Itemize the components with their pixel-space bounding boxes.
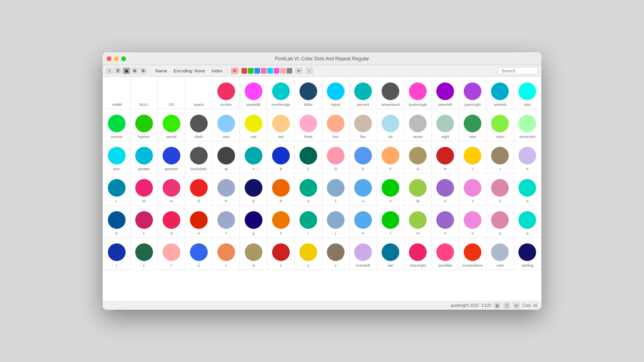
glyph-cell[interactable]: space bbox=[185, 77, 213, 109]
glyph-cell[interactable]: E bbox=[350, 141, 377, 173]
glyph-cell[interactable]: y bbox=[295, 238, 322, 270]
glyph-cell[interactable]: backslash bbox=[185, 141, 213, 173]
glyph-cell[interactable]: braceright bbox=[405, 238, 432, 270]
glyph-cell[interactable]: A bbox=[240, 141, 267, 173]
glyph-cell[interactable]: quotesingle bbox=[405, 77, 432, 109]
glyph-cell[interactable]: sterling bbox=[514, 238, 541, 270]
glyph-cell[interactable]: h bbox=[267, 206, 295, 238]
glyph-cell[interactable]: K bbox=[514, 141, 541, 173]
maximize-button[interactable] bbox=[121, 56, 126, 61]
glyph-cell[interactable]: two bbox=[267, 109, 295, 141]
glyph-cell[interactable]: X bbox=[432, 173, 459, 206]
arrow-button[interactable]: › bbox=[306, 68, 313, 74]
glyph-cell[interactable]: H bbox=[432, 141, 459, 173]
glyph-cell[interactable]: g bbox=[240, 206, 267, 238]
glyph-cell[interactable]: exclam bbox=[213, 77, 240, 109]
glyph-cell[interactable]: G bbox=[405, 141, 432, 173]
glyph-cell[interactable]: f bbox=[213, 206, 240, 238]
glyph-cell[interactable]: o bbox=[459, 206, 487, 238]
glyph-cell[interactable]: comma bbox=[103, 109, 130, 141]
glyph-cell[interactable]: cent bbox=[487, 238, 514, 270]
glyph-cell[interactable]: Q bbox=[240, 173, 267, 206]
glyph-cell[interactable]: j bbox=[322, 206, 350, 238]
glyph-cell[interactable]: i bbox=[295, 206, 322, 238]
glyph-cell[interactable]: asciitilde bbox=[432, 238, 459, 270]
close-x-button[interactable]: ✕ bbox=[231, 68, 238, 74]
glyph-cell[interactable]: q bbox=[514, 206, 541, 238]
color-swatch[interactable] bbox=[254, 68, 260, 74]
glyph-cell[interactable]: four bbox=[322, 109, 350, 141]
glyph-cell[interactable]: c bbox=[130, 206, 158, 238]
glyph-cell[interactable]: parenleft bbox=[432, 77, 459, 109]
color-swatch[interactable] bbox=[248, 68, 254, 74]
glyph-cell[interactable]: b bbox=[103, 206, 130, 238]
glyph-cell[interactable]: CR bbox=[158, 77, 185, 109]
detail-sm-button[interactable]: ⊞ bbox=[513, 302, 520, 309]
settings-button[interactable]: ⚙ bbox=[140, 68, 147, 74]
glyph-cell[interactable]: n bbox=[432, 206, 459, 238]
glyph-cell[interactable]: l bbox=[377, 206, 405, 238]
glyph-cell[interactable]: colon bbox=[487, 109, 514, 141]
glyph-cell[interactable]: at bbox=[213, 141, 240, 173]
glyph-cell[interactable]: R bbox=[267, 173, 295, 206]
search-input[interactable] bbox=[498, 67, 538, 74]
glyph-cell[interactable]: m bbox=[405, 206, 432, 238]
glyph-cell[interactable]: plus bbox=[514, 77, 541, 109]
glyph-cell[interactable]: t bbox=[158, 238, 185, 270]
glyph-cell[interactable]: x bbox=[267, 238, 295, 270]
glyph-cell[interactable]: W bbox=[405, 173, 432, 206]
glyph-cell[interactable]: V bbox=[377, 173, 405, 206]
glyph-cell[interactable]: p bbox=[487, 206, 514, 238]
glyph-cell[interactable]: T bbox=[322, 173, 350, 206]
name-toggle[interactable]: Name bbox=[154, 68, 169, 74]
minimize-button[interactable] bbox=[114, 56, 119, 61]
glyph-cell[interactable]: greater bbox=[130, 141, 158, 173]
color-swatch[interactable] bbox=[267, 68, 273, 74]
glyph-cell[interactable]: period bbox=[158, 109, 185, 141]
glyph-cell[interactable]: hyphen bbox=[130, 109, 158, 141]
glyph-cell[interactable]: P bbox=[213, 173, 240, 206]
glyph-cell[interactable]: U bbox=[350, 173, 377, 206]
glyph-cell[interactable]: O bbox=[185, 173, 213, 206]
glyph-cell[interactable]: nine bbox=[459, 109, 487, 141]
glyph-cell[interactable]: question bbox=[158, 141, 185, 173]
index-toggle[interactable]: Index bbox=[210, 68, 224, 74]
glyph-cell[interactable]: z bbox=[322, 238, 350, 270]
list-view-button[interactable]: ☰ bbox=[114, 68, 122, 74]
list-sm-button[interactable]: ☰ bbox=[503, 302, 510, 309]
glyph-cell[interactable]: exclamdown bbox=[459, 238, 487, 270]
glyph-cell[interactable]: zero bbox=[213, 109, 240, 141]
glyph-cell[interactable]: five bbox=[350, 109, 377, 141]
color-swatch[interactable] bbox=[261, 68, 266, 74]
glyph-cell[interactable]: NULL bbox=[130, 77, 158, 109]
grid-view-button[interactable]: ▦ bbox=[123, 68, 130, 74]
glyph-cell[interactable]: M bbox=[130, 173, 158, 206]
glyph-cell[interactable]: bar bbox=[377, 238, 405, 270]
glyph-cell[interactable]: asterisk bbox=[487, 77, 514, 109]
glyph-cell[interactable]: numbersign bbox=[267, 77, 295, 109]
glyph-cell[interactable]: Z bbox=[487, 173, 514, 206]
glyph-cell[interactable]: J bbox=[487, 141, 514, 173]
close-button[interactable] bbox=[107, 56, 111, 61]
glyph-cell[interactable]: ampersand bbox=[377, 77, 405, 109]
glyph-cell[interactable]: B bbox=[267, 141, 295, 173]
glyph-cell[interactable]: L bbox=[103, 173, 130, 206]
glyph-cell[interactable]: N bbox=[158, 173, 185, 206]
glyph-cell[interactable]: three bbox=[295, 109, 322, 141]
glyph-cell[interactable]: I bbox=[459, 141, 487, 173]
color-swatch[interactable] bbox=[287, 68, 292, 74]
glyph-cell[interactable]: equal bbox=[322, 77, 350, 109]
glyph-cell[interactable]: eight bbox=[432, 109, 459, 141]
info-button[interactable]: i bbox=[106, 68, 113, 74]
glyph-cell[interactable]: s bbox=[130, 238, 158, 270]
glyph-cell[interactable]: r bbox=[103, 238, 130, 270]
glyph-cell[interactable]: u bbox=[185, 238, 213, 270]
glyph-cell[interactable]: percent bbox=[350, 77, 377, 109]
glyph-cell[interactable]: a bbox=[514, 173, 541, 206]
glyph-cell[interactable]: six bbox=[377, 109, 405, 141]
detail-view-button[interactable]: ⊞ bbox=[131, 68, 138, 74]
color-swatch[interactable] bbox=[280, 68, 286, 74]
glyph-cell[interactable]: d bbox=[158, 206, 185, 238]
glyph-cell[interactable]: seven bbox=[405, 109, 432, 141]
glyph-cell[interactable]: quotedbl bbox=[240, 77, 267, 109]
